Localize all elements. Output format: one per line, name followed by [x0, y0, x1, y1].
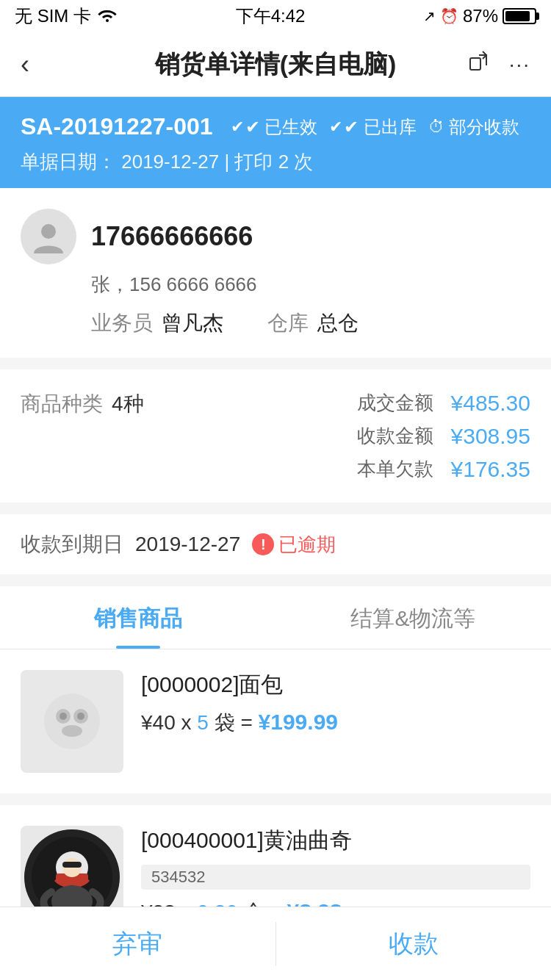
tab-sales-products[interactable]: 销售商品 — [0, 586, 276, 649]
product-item: [0000002]面包 ¥40 x 5 袋 = ¥199.99 — [0, 649, 551, 793]
location-icon: ↗ — [423, 7, 436, 25]
warehouse-name: 总仓 — [317, 309, 359, 337]
customer-name: 17666666666 — [91, 221, 253, 252]
customer-phone: 张，156 6666 6666 — [91, 272, 530, 298]
page-title: 销货单详情(来自电脑) — [155, 48, 397, 82]
product-name: [000400001]黄油曲奇 — [141, 826, 530, 856]
due-date-section: 收款到期日 2019-12-27 ! 已逾期 — [0, 514, 551, 574]
badge-effective: ✔ ✔ 已生效 — [231, 115, 318, 139]
svg-point-7 — [62, 725, 82, 737]
received-amount-row: 收款金额 ¥308.95 — [357, 423, 530, 449]
transaction-amount-row: 成交金额 ¥485.30 — [357, 390, 530, 416]
battery-label: 87% — [463, 6, 498, 26]
carrier-label: 无 SIM 卡 — [15, 4, 91, 28]
product-thumbnail — [21, 670, 123, 773]
svg-rect-0 — [470, 58, 480, 70]
customer-row: 17666666666 — [21, 209, 530, 264]
badge-shipped: ✔ ✔ 已出库 — [329, 115, 417, 139]
overdue-badge: ! 已逾期 — [252, 532, 336, 558]
banner-date-row: 单据日期： 2019-12-27 | 打印 2 次 — [21, 149, 530, 175]
product-price-row: ¥40 x 5 袋 = ¥199.99 — [141, 709, 530, 737]
svg-point-1 — [41, 224, 56, 239]
bottom-bar: 弃审 收款 — [0, 907, 551, 980]
svg-rect-13 — [62, 862, 82, 868]
status-right: ↗ ⏰ 87% — [423, 6, 536, 26]
status-bar: 无 SIM 卡 下午4:42 ↗ ⏰ 87% — [0, 0, 551, 32]
warehouse-meta: 仓库 总仓 — [267, 309, 359, 337]
avatar — [21, 209, 76, 264]
overdue-icon: ! — [252, 533, 274, 555]
product-sku: 534532 — [141, 865, 530, 890]
svg-point-5 — [60, 713, 67, 720]
back-button[interactable]: ‹ — [21, 49, 29, 80]
status-left: 无 SIM 卡 — [15, 4, 118, 28]
debt-amount-row: 本单欠款 ¥176.35 — [357, 456, 530, 482]
customer-section: 17666666666 张，156 6666 6666 业务员 曾凡杰 仓库 总… — [0, 188, 551, 358]
product-qty: 5 — [197, 711, 209, 734]
stats-section: 商品种类 4种 成交金额 ¥485.30 收款金额 ¥308.95 本单欠款 ¥… — [0, 370, 551, 502]
abandon-button[interactable]: 弃审 — [0, 907, 276, 980]
status-time: 下午4:42 — [236, 4, 306, 28]
tabs-section: 销售商品 结算&物流等 — [0, 586, 551, 649]
battery-icon — [503, 8, 536, 24]
svg-point-6 — [77, 713, 84, 720]
nav-bar: ‹ 销货单详情(来自电脑) ··· — [0, 32, 551, 97]
svg-point-2 — [44, 693, 100, 749]
product-info: [0000002]面包 ¥40 x 5 袋 = ¥199.99 — [141, 670, 530, 737]
more-icon[interactable]: ··· — [509, 53, 530, 76]
tabs-row: 销售商品 结算&物流等 — [0, 586, 551, 649]
product-name: [0000002]面包 — [141, 670, 530, 700]
alarm-icon: ⏰ — [440, 7, 458, 25]
customer-meta: 业务员 曾凡杰 仓库 总仓 — [91, 309, 530, 337]
banner-row1: SA-20191227-001 ✔ ✔ 已生效 ✔ ✔ 已出库 ⏱ 部分收款 — [21, 113, 530, 140]
stats-left: 商品种类 4种 — [21, 390, 144, 482]
share-icon[interactable] — [467, 49, 491, 80]
tab-settlement-logistics[interactable]: 结算&物流等 — [276, 586, 551, 649]
order-number: SA-20191227-001 — [21, 113, 213, 140]
salesperson-name: 曾凡杰 — [162, 309, 223, 337]
product-types-stat: 商品种类 4种 — [21, 390, 144, 418]
badge-partial-payment: ⏱ 部分收款 — [428, 115, 519, 139]
collect-button[interactable]: 收款 — [276, 907, 552, 980]
wifi-icon — [97, 6, 118, 26]
salesperson-meta: 业务员 曾凡杰 — [91, 309, 223, 337]
product-total: ¥199.99 — [259, 710, 338, 734]
nav-actions: ··· — [467, 49, 530, 80]
header-banner: SA-20191227-001 ✔ ✔ 已生效 ✔ ✔ 已出库 ⏱ 部分收款 单… — [0, 97, 551, 188]
stats-right: 成交金额 ¥485.30 收款金额 ¥308.95 本单欠款 ¥176.35 — [357, 390, 530, 482]
status-badges: ✔ ✔ 已生效 ✔ ✔ 已出库 ⏱ 部分收款 — [231, 115, 519, 139]
